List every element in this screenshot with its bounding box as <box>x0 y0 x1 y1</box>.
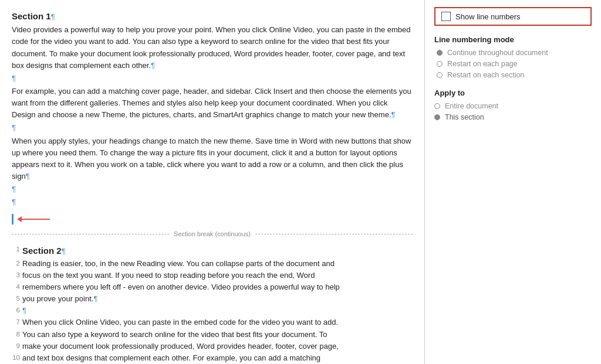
line-row-5: 5 you prove your point.¶ <box>12 293 413 305</box>
apply-label-2: This section <box>445 113 484 121</box>
mode-option-1[interactable]: Continue throughout document <box>437 49 592 57</box>
line-row-4: 4 remembers where you left off - even on… <box>12 281 413 293</box>
apply-radio-1[interactable] <box>434 103 440 109</box>
mode-label-1: Continue throughout document <box>447 49 548 57</box>
empty-para-4: ¶ <box>12 196 413 208</box>
apply-label-1: Entire document <box>445 102 498 110</box>
arrow-indicator <box>17 216 50 222</box>
line-numbering-mode-group: Continue throughout document Restart on … <box>434 49 592 79</box>
section2-content: 1 Section 2¶ 2 Reading is easier, too, i… <box>12 244 413 364</box>
mode-option-3[interactable]: Restart on each section <box>437 71 592 79</box>
line-row-10: 10 and text box designs that complement … <box>12 352 413 364</box>
mode-radio-2[interactable] <box>437 61 443 67</box>
mode-radio-1[interactable] <box>437 50 443 56</box>
section-break-line: Section break (continuous) <box>12 229 413 239</box>
section1-heading: Section 1¶ <box>12 9 413 23</box>
mode-label-3: Restart on each section <box>447 71 524 79</box>
paragraph-1: Video provides a powerful way to help yo… <box>12 24 413 72</box>
line-row-1: 1 Section 2¶ <box>12 244 413 257</box>
document-area: Section 1¶ Video provides a powerful way… <box>0 0 425 364</box>
cursor-indicator <box>12 214 13 224</box>
apply-to-title: Apply to <box>434 89 592 97</box>
apply-option-1[interactable]: Entire document <box>434 102 592 110</box>
line-row-3: 3 focus on the text you want. If you nee… <box>12 270 413 281</box>
mode-radio-3[interactable] <box>437 72 443 78</box>
show-line-numbers-label: Show line numbers <box>455 12 521 21</box>
mode-label-2: Restart on each page <box>447 60 518 68</box>
apply-option-2[interactable]: This section <box>434 113 592 121</box>
line-row-9: 9 make your document look professionally… <box>12 341 413 352</box>
paragraph-2: For example, you can add a matching cove… <box>12 86 413 121</box>
section-break-label: Section break (continuous) <box>170 229 254 239</box>
paragraph-3: When you apply styles, your headings cha… <box>12 135 413 183</box>
section-break-area <box>12 214 413 224</box>
show-line-numbers-checkbox[interactable] <box>441 12 451 21</box>
show-line-numbers-row[interactable]: Show line numbers <box>434 7 592 26</box>
line-numbering-mode-title: Line numbering mode <box>434 35 592 44</box>
apply-to-section: Apply to Entire document This section <box>434 89 592 121</box>
line-row-7: 7 When you click Online Video, you can p… <box>12 317 413 328</box>
empty-para-2: ¶ <box>12 122 413 134</box>
line-row-2: 2 Reading is easier, too, in the new Rea… <box>12 258 413 270</box>
apply-radio-2[interactable] <box>434 114 440 120</box>
empty-para-3: ¶ <box>12 183 413 195</box>
line-row-8: 8 You can also type a keyword to search … <box>12 329 413 341</box>
mode-option-2[interactable]: Restart on each page <box>437 60 592 68</box>
line-row-6: 6 ¶ <box>12 305 413 317</box>
empty-para-1: ¶ <box>12 73 413 84</box>
sidebar: Show line numbers Line numbering mode Co… <box>425 0 601 364</box>
arrow-line <box>21 219 50 220</box>
